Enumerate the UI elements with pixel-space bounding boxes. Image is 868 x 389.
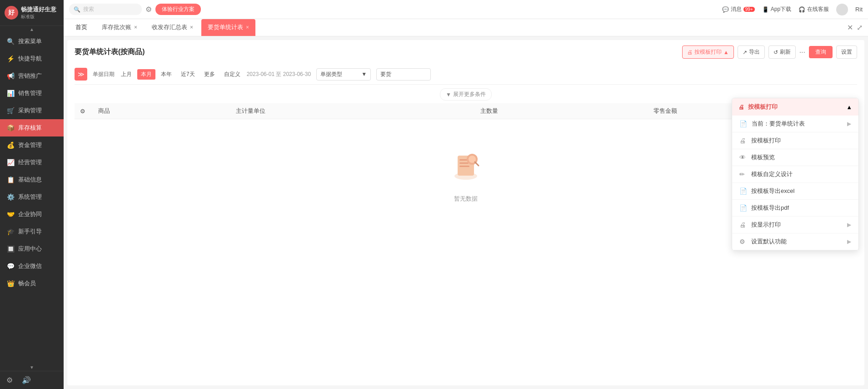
sidebar-item-system[interactable]: ⚙️ 系统管理 — [0, 188, 64, 206]
online-service-button[interactable]: 🎧 在线客服 — [798, 5, 829, 13]
tab-close-icon[interactable]: × — [246, 24, 249, 30]
sidebar-item-label: 企业协同 — [18, 210, 42, 218]
order-type-select[interactable]: 单据类型 ▼ — [316, 68, 371, 81]
download-icon: 📱 — [762, 6, 769, 13]
search-placeholder: 搜索 — [83, 5, 94, 13]
close-all-tabs-icon[interactable]: ✕ — [847, 23, 853, 32]
dropdown-close-icon[interactable]: ▲ — [846, 104, 852, 111]
messages-button[interactable]: 💬 消息 99+ — [722, 5, 755, 13]
sidebar-item-appstore[interactable]: 🔲 应用中心 — [0, 240, 64, 258]
operation-icon: 📈 — [6, 158, 15, 167]
printer-icon: 🖨 — [687, 49, 693, 56]
date-filter-label: 单据日期 — [93, 71, 115, 78]
empty-state-text: 暂无数据 — [454, 195, 478, 203]
demand-goods-select[interactable]: 要货 — [376, 68, 431, 81]
filter-expand-toggle[interactable]: ≫ — [75, 68, 87, 81]
user-avatar[interactable] — [836, 4, 848, 15]
tabs-bar: 首页 库存批次账 × 收发存汇总表 × 要货单统计表 × ✕ ⤢ — [64, 19, 868, 36]
promo-button[interactable]: 体验行业方案 — [155, 4, 201, 15]
date-opt-current-year[interactable]: 本年 — [157, 69, 175, 80]
more-options-button[interactable]: ··· — [799, 48, 805, 56]
query-button[interactable]: 查询 — [809, 46, 833, 58]
sidebar-item-basic[interactable]: 📋 基础信息 — [0, 171, 64, 188]
item-label: 设置默认功能 — [751, 237, 787, 246]
sidebar-bottom: ⚙ 🔊 — [0, 371, 64, 389]
sidebar-item-operation[interactable]: 📈 经营管理 — [0, 154, 64, 171]
table-settings-icon[interactable]: ⚙ — [80, 108, 85, 115]
filter-bar: ≫ 单据日期 上月 本月 本年 近7天 更多 自定义 2023-06-01 至 … — [75, 64, 857, 85]
default-func-icon: ⚙ — [739, 238, 747, 245]
tab-demand-stats[interactable]: 要货单统计表 × — [201, 19, 255, 36]
dropdown-item-template-custom[interactable]: ✏ 模板自定义设计 — [732, 166, 858, 183]
sidebar-item-purchase[interactable]: 🛒 采购管理 — [0, 102, 64, 119]
dropdown-header[interactable]: 🖨 按模板打印 ▲ — [732, 98, 858, 116]
header-settings-icon[interactable]: ⚙ — [145, 5, 152, 14]
tab-close-icon[interactable]: × — [134, 24, 137, 30]
user-name[interactable]: Rit — [855, 6, 863, 13]
print-template-button[interactable]: 🖨 按模板打印 ▲ — [682, 45, 734, 59]
sidebar-item-inventory[interactable]: 📦 库存核算 — [0, 119, 64, 136]
app-download-label: App下载 — [771, 5, 791, 13]
sidebar-item-label: 系统管理 — [18, 193, 42, 201]
svg-line-7 — [475, 162, 479, 166]
dropdown-item-display-print[interactable]: 🖨 按显示打印 ▶ — [732, 217, 858, 233]
sidebar-scroll-up[interactable]: ▲ — [0, 26, 64, 33]
design-icon: ✏ — [739, 171, 747, 178]
collab-icon: 🤝 — [6, 210, 15, 218]
dropdown-item-default-func[interactable]: ⚙ 设置默认功能 ▶ — [732, 233, 858, 250]
date-opt-prev-month[interactable]: 上月 — [117, 69, 135, 80]
dropdown-item-export-pdf[interactable]: 📄 按模板导出pdf — [732, 200, 858, 217]
sidebar-item-label: 新手引导 — [18, 227, 42, 236]
settings-icon[interactable]: ⚙ — [6, 376, 13, 384]
sidebar-item-guide[interactable]: 🎓 新手引导 — [0, 223, 64, 240]
demand-goods-label: 要货 — [380, 71, 391, 78]
app-logo: 好 畅捷通好生意 标准版 — [0, 0, 64, 26]
dropdown-item-export-excel[interactable]: 📄 按模板导出excel — [732, 183, 858, 200]
app-download-button[interactable]: 📱 App下载 — [762, 5, 791, 13]
logo-icon: 好 — [5, 6, 18, 20]
dropdown-item-template-preview[interactable]: 👁 模板预览 — [732, 149, 858, 166]
sound-icon[interactable]: 🔊 — [22, 376, 31, 384]
sidebar-item-marketing[interactable]: 📢 营销推广 — [0, 67, 64, 85]
quick-nav-icon: ⚡ — [6, 55, 15, 63]
empty-state-icon — [448, 147, 484, 190]
settings-button[interactable]: 设置 — [836, 45, 857, 59]
excel-icon: 📄 — [739, 187, 747, 195]
sidebar-item-finance[interactable]: 💰 资金管理 — [0, 136, 64, 154]
sidebar-item-wechat[interactable]: 💬 企业微信 — [0, 258, 64, 275]
tab-close-icon[interactable]: × — [190, 24, 193, 30]
date-opt-custom[interactable]: 自定义 — [220, 69, 244, 80]
tab-home[interactable]: 首页 — [69, 19, 94, 36]
sidebar-item-sales[interactable]: 📊 销售管理 — [0, 85, 64, 102]
tab-collection-summary[interactable]: 收发存汇总表 × — [145, 19, 200, 36]
item-label: 按模板打印 — [751, 136, 781, 145]
date-opt-more[interactable]: 更多 — [200, 69, 219, 80]
export-label: 导出 — [749, 48, 760, 56]
current-template-item[interactable]: 📄 当前：要货单统计表 ▶ — [732, 116, 858, 132]
appstore-icon: 🔲 — [6, 245, 15, 253]
tabs-right-actions: ✕ ⤢ — [847, 23, 863, 32]
refresh-button[interactable]: ↺ 刷新 — [768, 45, 796, 59]
expand-tab-icon[interactable]: ⤢ — [857, 23, 863, 32]
date-opt-current-month[interactable]: 本月 — [137, 69, 155, 80]
print-btn-label: 按模板打印 — [694, 48, 722, 56]
export-button[interactable]: ↗ 导出 — [738, 45, 765, 59]
chevron-right-icon: ▶ — [847, 222, 851, 228]
dropdown-item-template-print[interactable]: 🖨 按模板打印 — [732, 132, 858, 149]
sidebar-item-search[interactable]: 🔍 搜索菜单 — [0, 33, 64, 50]
col-settings[interactable]: ⚙ — [75, 103, 93, 119]
member-icon: 👑 — [6, 279, 15, 288]
sidebar-item-quick-nav[interactable]: ⚡ 快捷导航 — [0, 50, 64, 67]
sidebar-scroll-down[interactable]: ▼ — [0, 364, 64, 371]
expand-more-button[interactable]: ▼ 展开更多条件 — [440, 88, 492, 101]
refresh-icon: ↺ — [773, 49, 778, 56]
sidebar-item-collab[interactable]: 🤝 企业协同 — [0, 206, 64, 223]
inventory-icon: 📦 — [6, 124, 15, 132]
tab-batch-account[interactable]: 库存批次账 × — [95, 19, 144, 36]
header-search[interactable]: 🔍 搜索 — [69, 4, 142, 15]
date-opt-7days[interactable]: 近7天 — [177, 69, 199, 80]
sidebar-item-member[interactable]: 👑 畅会员 — [0, 275, 64, 292]
sidebar-item-label: 库存核算 — [18, 124, 42, 132]
page-title: 要货单统计表(按商品) — [75, 47, 145, 57]
refresh-label: 刷新 — [780, 48, 791, 56]
